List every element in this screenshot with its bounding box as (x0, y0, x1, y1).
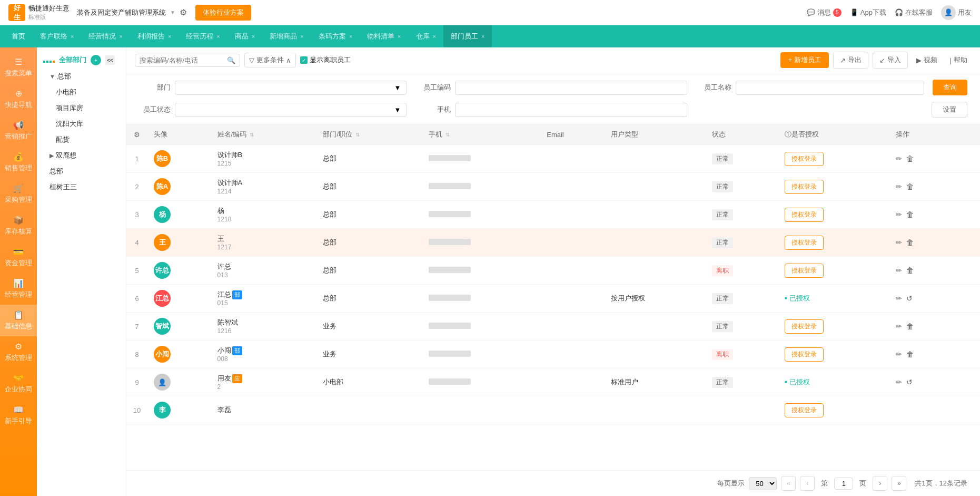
sidebar-item-system[interactable]: ⚙ 系统管理 (0, 336, 37, 368)
export-btn[interactable]: ↗ 导出 (833, 52, 868, 69)
per-page-select[interactable]: 50 (749, 477, 777, 490)
sidebar-item-management[interactable]: 📊 经营管理 (0, 273, 37, 305)
sidebar-item-marketing[interactable]: 📢 营销推广 (0, 115, 37, 147)
edit-btn-9[interactable]: ✏ (896, 378, 902, 386)
sidebar-item-sales[interactable]: 💰 销售管理 (0, 147, 37, 178)
refresh-btn-9[interactable]: ↺ (906, 378, 913, 386)
dept-filter-select[interactable]: ▼ (175, 81, 407, 95)
tab-operations[interactable]: 经营情况 × (81, 25, 130, 47)
sidebar-item-guide[interactable]: 📖 新手引导 (0, 400, 37, 431)
refresh-btn-6[interactable]: ↺ (906, 294, 913, 303)
message-item[interactable]: 💬 消息 5 (807, 8, 842, 17)
sidebar-item-collab[interactable]: 🤝 企业协同 (0, 368, 37, 400)
dept-item-peihuo[interactable]: 配货 (41, 132, 126, 148)
dept-all-label[interactable]: 全部部门 (59, 55, 86, 65)
tab-warehouse[interactable]: 仓库 × (409, 25, 443, 47)
sidebar-item-basic[interactable]: 📋 基础信息 (0, 305, 37, 336)
auth-btn-8[interactable]: 授权登录 (785, 347, 824, 362)
tab-employees-close[interactable]: × (481, 33, 484, 40)
auth-btn-4[interactable]: 授权登录 (785, 236, 824, 250)
system-dropdown-arrow[interactable]: ▼ (170, 9, 175, 15)
settings-button[interactable]: 设置 (932, 102, 967, 118)
auth-btn-5[interactable]: 授权登录 (785, 264, 824, 278)
tab-barcode[interactable]: 条码方案 × (311, 25, 360, 47)
user-item[interactable]: 👤 用友 (941, 5, 972, 20)
dept-item-xiaodian[interactable]: 小电部 (41, 84, 126, 100)
tab-profit-close[interactable]: × (168, 33, 171, 40)
tab-goods-close[interactable]: × (252, 33, 255, 40)
more-conditions-btn[interactable]: ▽ 更多条件 ∧ (244, 53, 296, 67)
app-download-item[interactable]: 📱 App下载 (850, 8, 886, 17)
search-icon[interactable]: 🔍 (227, 56, 235, 64)
edit-btn-3[interactable]: ✏ (896, 210, 902, 219)
edit-btn-7[interactable]: ✏ (896, 322, 902, 330)
tab-customer[interactable]: 客户联络 × (33, 25, 81, 47)
edit-btn-1[interactable]: ✏ (896, 154, 902, 163)
edit-btn-2[interactable]: ✏ (896, 182, 902, 191)
auth-btn-2[interactable]: 授权登录 (785, 180, 824, 194)
tab-home[interactable]: 首页 (4, 25, 33, 47)
prev-page-btn[interactable]: ‹ (800, 476, 815, 491)
add-employee-btn[interactable]: + 新增员工 (780, 52, 828, 68)
dept-collapse-btn[interactable]: << (105, 55, 115, 65)
sidebar-item-purchase[interactable]: 🛒 采购管理 (0, 178, 37, 210)
sidebar-item-quicknav[interactable]: ⊕ 快捷导航 (0, 83, 37, 115)
next-page-btn[interactable]: › (873, 476, 887, 491)
tab-add-goods-close[interactable]: × (300, 33, 303, 40)
col-settings-icon[interactable]: ⚙ (134, 131, 140, 139)
delete-btn-8[interactable]: 🗑 (906, 350, 914, 358)
tab-profit[interactable]: 利润报告 × (130, 25, 179, 47)
status-filter-select[interactable]: ▼ (175, 103, 407, 117)
settings-icon[interactable]: ⚙ (180, 7, 187, 17)
delete-btn-4[interactable]: 🗑 (906, 238, 914, 247)
help-btn[interactable]: | 帮助 (946, 52, 972, 68)
dept-item-zhishu[interactable]: 植树王三 (41, 179, 126, 195)
delete-btn-2[interactable]: 🗑 (906, 182, 914, 191)
tab-customer-close[interactable]: × (71, 33, 74, 40)
delete-btn-3[interactable]: 🗑 (906, 210, 914, 219)
auth-btn-1[interactable]: 授权登录 (785, 152, 824, 166)
edit-btn-8[interactable]: ✏ (896, 350, 902, 358)
tab-history-close[interactable]: × (216, 33, 220, 40)
delete-btn-5[interactable]: 🗑 (906, 266, 914, 275)
tab-goods[interactable]: 商品 × (227, 25, 262, 47)
dept-add-btn[interactable]: + (91, 55, 101, 65)
delete-btn-7[interactable]: 🗑 (906, 322, 914, 330)
dept-item-shenyang[interactable]: 沈阳大库 (41, 116, 126, 132)
auth-btn-7[interactable]: 授权登录 (785, 319, 824, 334)
delete-btn-1[interactable]: 🗑 (906, 154, 914, 163)
sidebar-item-finance[interactable]: 💳 资金管理 (0, 241, 37, 273)
tab-history[interactable]: 经营历程 × (179, 25, 227, 47)
view-btn[interactable]: ▶ 视频 (912, 52, 942, 68)
dept-item-project[interactable]: 项目库房 (41, 100, 126, 116)
page-number-input[interactable] (834, 478, 853, 490)
tab-bom[interactable]: 物料清单 × (360, 25, 408, 47)
first-page-btn[interactable]: « (781, 476, 796, 491)
tab-employees[interactable]: 部门员工 × (443, 25, 492, 47)
search-input[interactable] (140, 56, 224, 64)
search-button[interactable]: 查询 (933, 80, 967, 95)
last-page-btn[interactable]: » (892, 476, 906, 491)
phone-input[interactable] (455, 103, 687, 117)
dept-item-zongbu[interactable]: 总部 (41, 163, 126, 179)
edit-btn-4[interactable]: ✏ (896, 238, 902, 247)
edit-btn-6[interactable]: ✏ (896, 294, 902, 303)
show-resigned-checkbox[interactable]: ✓ 显示离职员工 (300, 55, 351, 65)
sidebar-item-inventory[interactable]: 📦 库存核算 (0, 210, 37, 241)
auth-btn-10[interactable]: 授权登录 (785, 403, 824, 417)
employee-code-input[interactable] (455, 81, 687, 95)
tab-bom-close[interactable]: × (398, 33, 401, 40)
dept-item-shuanglu[interactable]: ▶ 双鹿想 (41, 148, 126, 163)
service-item[interactable]: 🎧 在线客服 (895, 8, 933, 17)
tab-warehouse-close[interactable]: × (433, 33, 436, 40)
trial-button[interactable]: 体验行业方案 (195, 5, 251, 21)
tab-operations-close[interactable]: × (119, 33, 122, 40)
tab-barcode-close[interactable]: × (349, 33, 352, 40)
tab-add-goods[interactable]: 新增商品 × (262, 25, 311, 47)
dept-item-root[interactable]: ▼ 总部 (41, 69, 126, 84)
import-btn[interactable]: ↙ 导入 (873, 52, 908, 69)
edit-btn-5[interactable]: ✏ (896, 266, 902, 275)
employee-name-input[interactable] (736, 81, 924, 95)
sidebar-item-search[interactable]: ☰ 搜索菜单 (0, 52, 37, 83)
auth-btn-3[interactable]: 授权登录 (785, 208, 824, 222)
